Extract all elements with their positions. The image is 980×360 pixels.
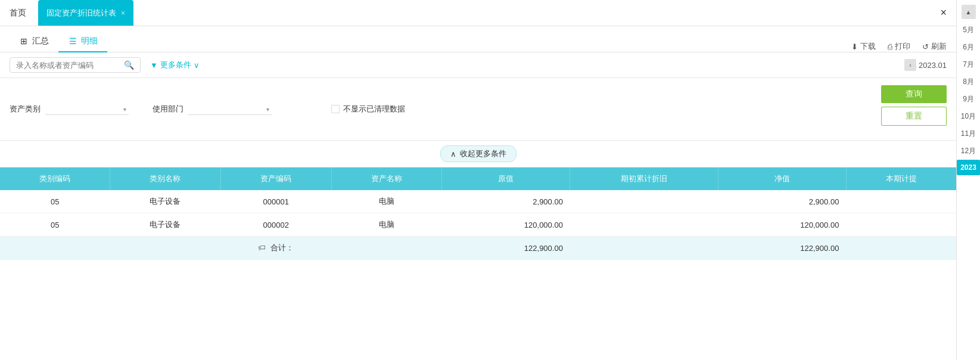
window-close-icon[interactable]: × bbox=[940, 7, 947, 19]
table-wrapper: 类别编码 类别名称 资产编码 资产名称 原值 期初累计折旧 净值 本期计提 05… bbox=[0, 167, 956, 360]
search-icon: 🔍 bbox=[124, 60, 134, 70]
cell-net-value: 120,000.00 bbox=[718, 213, 846, 237]
cell-current-period bbox=[846, 213, 956, 237]
sidebar-month-item[interactable]: 11月 bbox=[961, 125, 976, 142]
cell-accumulated-depreciation bbox=[570, 213, 718, 237]
tab-bar: ⊞ 汇总 ☰ 明细 ⬇ 下载 ⎙ 打印 ↺ 刷新 bbox=[0, 26, 956, 52]
total-icon-cell bbox=[0, 237, 110, 260]
department-select[interactable] bbox=[188, 103, 272, 115]
table-row: 05 电子设备 000001 电脑 2,900.00 2,900.00 bbox=[0, 190, 956, 213]
refresh-button[interactable]: ↺ 刷新 bbox=[922, 41, 947, 52]
col-net-value: 净值 bbox=[718, 167, 846, 190]
col-category-name: 类别名称 bbox=[110, 167, 221, 190]
refresh-label: 刷新 bbox=[931, 41, 947, 52]
total-accumulated-depreciation bbox=[570, 237, 718, 260]
summary-icon: ⊞ bbox=[19, 36, 29, 46]
tab-title: 固定资产折旧统计表 bbox=[46, 8, 116, 18]
sidebar-up-button[interactable]: ▲ bbox=[962, 5, 976, 19]
top-nav: 首页 固定资产折旧统计表 × × bbox=[0, 0, 956, 26]
table-total-row: 🏷 合计： 122,900.00 122,900.00 bbox=[0, 237, 956, 260]
asset-category-label: 资产类别 bbox=[10, 104, 41, 114]
total-current-period bbox=[846, 237, 956, 260]
more-conditions-label: 更多条件 bbox=[160, 60, 191, 70]
data-table: 类别编码 类别名称 资产编码 资产名称 原值 期初累计折旧 净值 本期计提 05… bbox=[0, 167, 956, 260]
date-prev-button[interactable]: › bbox=[904, 59, 916, 71]
sidebar-months: 5月6月7月8月9月10月11月12月 bbox=[961, 21, 976, 160]
download-label: 下载 bbox=[860, 41, 876, 52]
department-select-wrapper: ▾ bbox=[188, 103, 272, 115]
collapse-icon: ∧ bbox=[450, 150, 456, 159]
hide-cleared-label: 不显示已清理数据 bbox=[343, 104, 405, 114]
date-indicator: › 2023.01 bbox=[904, 59, 947, 71]
col-asset-code: 资产编码 bbox=[220, 167, 331, 190]
active-tab: 固定资产折旧统计表 × bbox=[38, 0, 133, 26]
refresh-icon: ↺ bbox=[922, 42, 929, 51]
sidebar-month-item[interactable]: 6月 bbox=[961, 39, 976, 56]
collapse-label: 收起更多条件 bbox=[460, 148, 506, 159]
col-asset-name: 资产名称 bbox=[331, 167, 442, 190]
cell-original-value: 120,000.00 bbox=[442, 213, 570, 237]
cell-accumulated-depreciation bbox=[570, 190, 718, 213]
filter-buttons: 查询 重置 bbox=[881, 85, 947, 133]
asset-category-select-wrapper: ▾ bbox=[45, 103, 129, 115]
more-conditions-button[interactable]: ▼ 更多条件 ∨ bbox=[150, 60, 200, 70]
total-label-cell: 🏷 合计： bbox=[110, 237, 442, 260]
total-original-value: 122,900.00 bbox=[442, 237, 570, 260]
cell-category-name: 电子设备 bbox=[110, 213, 221, 237]
cell-original-value: 2,900.00 bbox=[442, 190, 570, 213]
print-label: 打印 bbox=[895, 41, 910, 52]
search-input[interactable] bbox=[16, 61, 120, 70]
sidebar-month-item[interactable]: 10月 bbox=[961, 108, 976, 125]
table-header-row: 类别编码 类别名称 资产编码 资产名称 原值 期初累计折旧 净值 本期计提 bbox=[0, 167, 956, 190]
print-icon: ⎙ bbox=[888, 42, 892, 51]
tab-detail[interactable]: ☰ 明细 bbox=[58, 31, 107, 52]
cell-asset-code: 000002 bbox=[220, 213, 331, 237]
download-button[interactable]: ⬇ 下载 bbox=[851, 41, 876, 52]
table-row: 05 电子设备 000002 电脑 120,000.00 120,000.00 bbox=[0, 213, 956, 237]
cell-asset-code: 000001 bbox=[220, 190, 331, 213]
search-bar: 🔍 ▼ 更多条件 ∨ › 2023.01 bbox=[0, 52, 956, 78]
col-category-code: 类别编码 bbox=[0, 167, 110, 190]
department-label: 使用部门 bbox=[153, 104, 183, 114]
right-sidebar: ▲ 5月6月7月8月9月10月11月12月 2023 bbox=[956, 0, 980, 360]
collapse-button[interactable]: ∧ 收起更多条件 bbox=[440, 145, 517, 162]
tab-close-icon[interactable]: × bbox=[121, 9, 125, 17]
cell-asset-name: 电脑 bbox=[331, 190, 442, 213]
col-original-value: 原值 bbox=[442, 167, 570, 190]
collapse-bar: ∧ 收起更多条件 bbox=[0, 141, 956, 167]
print-button[interactable]: ⎙ 打印 bbox=[888, 41, 910, 52]
asset-category-select[interactable] bbox=[45, 103, 129, 115]
cell-asset-name: 电脑 bbox=[331, 213, 442, 237]
sidebar-month-item[interactable]: 7月 bbox=[961, 56, 976, 73]
reset-button[interactable]: 重置 bbox=[881, 107, 947, 126]
cell-current-period bbox=[846, 190, 956, 213]
cell-category-code: 05 bbox=[0, 213, 110, 237]
sidebar-month-item[interactable]: 8月 bbox=[961, 73, 976, 91]
total-icon: 🏷 bbox=[258, 243, 266, 252]
filter-area: 资产类别 ▾ 使用部门 ▾ 不显示已清理数 bbox=[0, 78, 956, 141]
tab-detail-label: 明细 bbox=[81, 36, 98, 46]
col-current-period: 本期计提 bbox=[846, 167, 956, 190]
total-label: 合计： bbox=[270, 243, 294, 252]
sidebar-month-item[interactable]: 5月 bbox=[961, 21, 976, 39]
tab-actions: ⬇ 下载 ⎙ 打印 ↺ 刷新 bbox=[851, 41, 947, 52]
sidebar-month-item[interactable]: 9月 bbox=[961, 91, 976, 108]
cell-category-name: 电子设备 bbox=[110, 190, 221, 213]
home-link[interactable]: 首页 bbox=[10, 8, 26, 18]
date-value: 2023.01 bbox=[919, 61, 947, 70]
query-button[interactable]: 查询 bbox=[881, 85, 947, 103]
sidebar-month-item[interactable]: 12月 bbox=[961, 142, 976, 160]
filter-icon: ▼ bbox=[150, 61, 158, 70]
asset-category-filter: 资产类别 ▾ bbox=[10, 103, 129, 115]
tab-summary-label: 汇总 bbox=[32, 36, 49, 46]
hide-cleared-group: 不显示已清理数据 bbox=[331, 104, 405, 114]
total-net-value: 122,900.00 bbox=[718, 237, 846, 260]
sidebar-current-year[interactable]: 2023 bbox=[957, 160, 980, 175]
filter-row: 资产类别 ▾ 使用部门 ▾ 不显示已清理数 bbox=[10, 85, 947, 133]
hide-cleared-checkbox[interactable] bbox=[331, 105, 340, 113]
cell-category-code: 05 bbox=[0, 190, 110, 213]
download-icon: ⬇ bbox=[851, 42, 858, 51]
cell-net-value: 2,900.00 bbox=[718, 190, 846, 213]
detail-icon: ☰ bbox=[68, 36, 77, 46]
tab-summary[interactable]: ⊞ 汇总 bbox=[10, 31, 58, 52]
